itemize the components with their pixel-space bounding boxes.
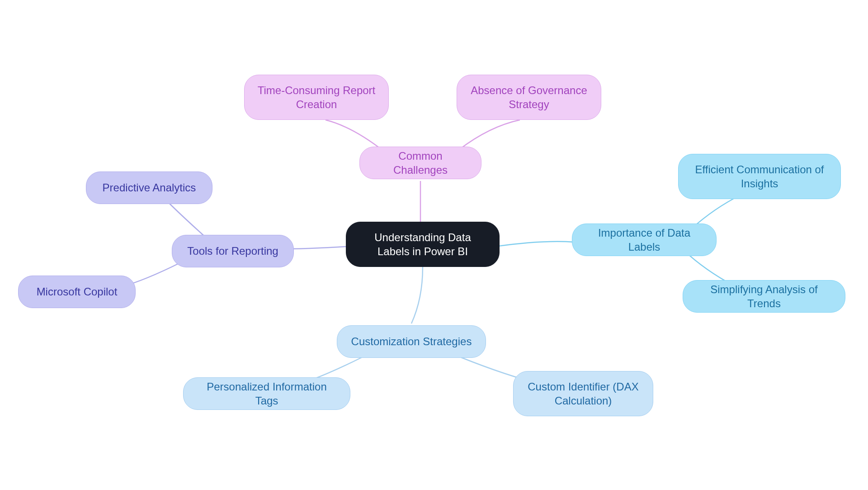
branch-tools-label: Tools for Reporting [187,244,278,258]
center-node[interactable]: Understanding Data Labels in Power BI [346,222,500,267]
branch-tools[interactable]: Tools for Reporting [172,235,294,267]
branch-challenges[interactable]: Common Challenges [359,147,481,179]
node-copilot[interactable]: Microsoft Copilot [18,276,136,308]
node-personalized-tags-label: Personalized Information Tags [196,380,337,408]
branch-challenges-label: Common Challenges [373,149,468,177]
branch-importance-label: Importance of Data Labels [585,226,703,254]
node-efficient-comm[interactable]: Efficient Communication of Insights [678,154,841,199]
node-efficient-comm-label: Efficient Communication of Insights [691,162,828,190]
node-time-consuming-label: Time-Consuming Report Creation [257,83,376,111]
node-simplifying[interactable]: Simplifying Analysis of Trends [683,280,845,313]
node-governance[interactable]: Absence of Governance Strategy [457,75,601,120]
node-dax-label: Custom Identifier (DAX Calculation) [526,380,640,408]
node-time-consuming[interactable]: Time-Consuming Report Creation [244,75,389,120]
node-dax[interactable]: Custom Identifier (DAX Calculation) [513,371,653,416]
mindmap-canvas: Understanding Data Labels in Power BI Co… [0,0,868,490]
node-governance-label: Absence of Governance Strategy [470,83,588,111]
branch-customization-label: Customization Strategies [351,334,472,348]
node-simplifying-label: Simplifying Analysis of Trends [696,282,832,310]
node-predictive-label: Predictive Analytics [103,181,196,195]
node-copilot-label: Microsoft Copilot [37,285,118,299]
branch-importance[interactable]: Importance of Data Labels [572,224,717,256]
branch-customization[interactable]: Customization Strategies [337,325,486,358]
center-label: Understanding Data Labels in Power BI [359,230,486,258]
node-predictive[interactable]: Predictive Analytics [86,171,212,204]
node-personalized-tags[interactable]: Personalized Information Tags [183,377,350,410]
